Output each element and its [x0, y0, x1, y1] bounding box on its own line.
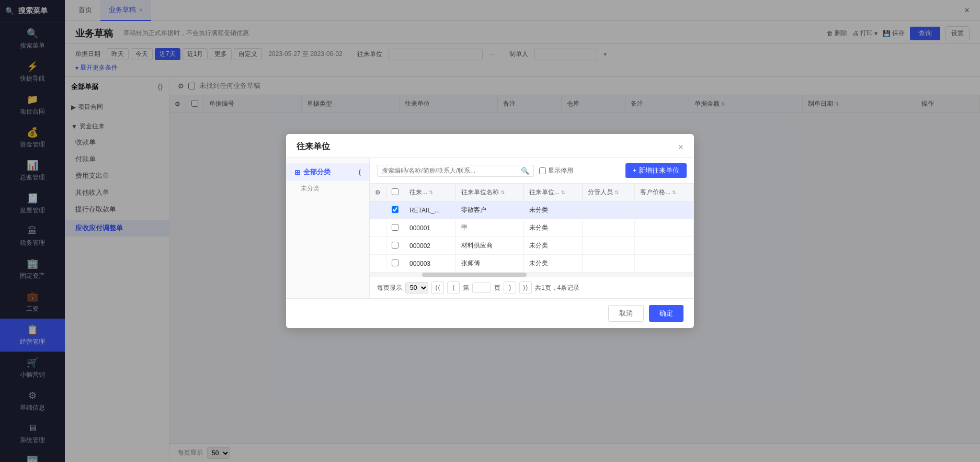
dialog-close-button[interactable]: × — [678, 142, 683, 152]
add-partner-button[interactable]: + 新增往来单位 — [625, 163, 687, 178]
dialog-table-row[interactable]: RETAIL_... 零散客户 未分类 — [370, 201, 694, 219]
row-price — [635, 255, 694, 273]
page-label: 第 — [463, 284, 469, 292]
row-name: 甲 — [455, 219, 523, 237]
row-code: 000001 — [404, 219, 456, 237]
first-page-button[interactable]: ⟨⟨ — [431, 281, 444, 294]
dialog-search-box[interactable]: 🔍 — [377, 165, 534, 177]
row-code: 000003 — [404, 255, 456, 273]
dialog-cat-all[interactable]: ⊞ 全部分类 ⟨ — [286, 163, 369, 181]
last-page-button[interactable]: ⟩⟩ — [519, 281, 532, 294]
next-page-button[interactable]: ⟩ — [504, 281, 516, 294]
row-checkbox[interactable] — [386, 201, 404, 219]
row-category: 未分类 — [523, 219, 583, 237]
dlg-col-price: 客户价格...⇅ — [635, 184, 694, 201]
row-settings — [370, 201, 386, 219]
dlg-col-name: 往来单位名称⇅ — [455, 184, 523, 201]
page-suffix: 页 — [494, 284, 500, 292]
collapse-cat-icon: ⟨ — [358, 168, 361, 176]
row-checkbox[interactable] — [386, 237, 404, 255]
dialog-table-row[interactable]: 000001 甲 未分类 — [370, 219, 694, 237]
row-name: 张师傅 — [455, 255, 523, 273]
dialog-title: 往来单位 — [297, 141, 330, 152]
dlg-col-category: 往来单位...⇅ — [523, 184, 583, 201]
dialog-table-wrap: ⚙ 往来...⇅ 往来单位名称⇅ 往来单位...⇅ 分管人员⇅ 客户价格...⇅… — [370, 184, 694, 273]
dialog-table: ⚙ 往来...⇅ 往来单位名称⇅ 往来单位...⇅ 分管人员⇅ 客户价格...⇅… — [370, 184, 694, 273]
dialog-table-header: ⚙ 往来...⇅ 往来单位名称⇅ 往来单位...⇅ 分管人员⇅ 客户价格...⇅ — [370, 184, 694, 201]
row-manager — [583, 219, 635, 237]
dialog-right-panel: 🔍 显示停用 + 新增往来单位 ⚙ — [370, 158, 694, 298]
row-manager — [583, 255, 635, 273]
dialog-body: ⊞ 全部分类 ⟨ 未分类 🔍 显示停用 — [286, 158, 694, 298]
dlg-col-checkbox[interactable] — [386, 184, 404, 201]
search-icon: 🔍 — [521, 167, 529, 175]
dialog-footer: 取消 确定 — [286, 298, 694, 328]
row-name: 零散客户 — [455, 201, 523, 219]
dialog-pagination: 每页显示 50 ⟨⟨ ⟨ 第 1 页 ⟩ ⟩⟩ 共1页，4条记录 — [370, 277, 694, 298]
per-page-label: 每页显示 — [377, 284, 402, 292]
show-disabled-checkbox[interactable] — [539, 167, 546, 174]
dialog-left-panel: ⊞ 全部分类 ⟨ 未分类 — [286, 158, 370, 298]
row-checkbox[interactable] — [386, 219, 404, 237]
row-category: 未分类 — [523, 255, 583, 273]
dialog-toolbar: 🔍 显示停用 + 新增往来单位 — [370, 158, 694, 184]
row-price — [635, 201, 694, 219]
row-name: 材料供应商 — [455, 237, 523, 255]
row-code: 000002 — [404, 237, 456, 255]
confirm-button[interactable]: 确定 — [649, 305, 683, 322]
show-disabled-label[interactable]: 显示停用 — [539, 166, 573, 175]
total-label: 共1页，4条记录 — [535, 284, 579, 292]
page-input[interactable]: 1 — [472, 283, 491, 293]
grid-icon: ⊞ — [294, 168, 300, 176]
modal-overlay: 往来单位 × ⊞ 全部分类 ⟨ 未分类 🔍 — [0, 0, 980, 462]
row-settings — [370, 237, 386, 255]
row-settings — [370, 219, 386, 237]
dialog-search-input[interactable] — [382, 167, 521, 174]
dialog-scrollbar-thumb[interactable] — [422, 273, 527, 277]
dialog-cat-uncat[interactable]: 未分类 — [286, 181, 369, 196]
row-code: RETAIL_... — [404, 201, 456, 219]
row-category: 未分类 — [523, 201, 583, 219]
dlg-col-settings[interactable]: ⚙ — [370, 184, 386, 201]
row-category: 未分类 — [523, 237, 583, 255]
row-manager — [583, 237, 635, 255]
dialog-table-row[interactable]: 000003 张师傅 未分类 — [370, 255, 694, 273]
row-price — [635, 237, 694, 255]
row-settings — [370, 255, 386, 273]
cancel-button[interactable]: 取消 — [608, 305, 644, 322]
dlg-col-code: 往来...⇅ — [404, 184, 456, 201]
dlg-col-manager: 分管人员⇅ — [583, 184, 635, 201]
dialog-header: 往来单位 × — [286, 134, 694, 158]
dialog-table-row[interactable]: 000002 材料供应商 未分类 — [370, 237, 694, 255]
row-price — [635, 219, 694, 237]
row-checkbox[interactable] — [386, 255, 404, 273]
partner-dialog: 往来单位 × ⊞ 全部分类 ⟨ 未分类 🔍 — [286, 134, 694, 328]
prev-page-button[interactable]: ⟨ — [447, 281, 460, 294]
dlg-per-page-select[interactable]: 50 — [405, 282, 428, 294]
row-manager — [583, 201, 635, 219]
dialog-scrollbar[interactable] — [370, 273, 694, 277]
